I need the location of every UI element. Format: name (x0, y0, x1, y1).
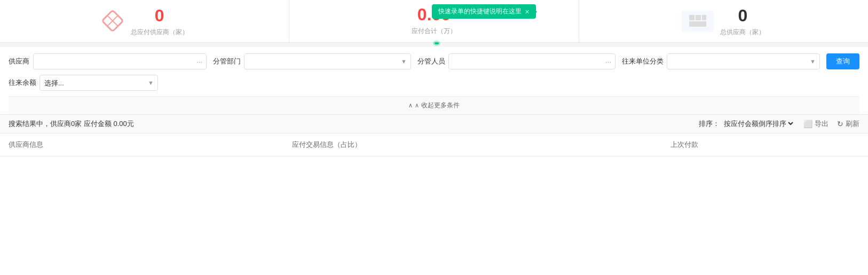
person-dots-icon[interactable]: ··· (605, 58, 611, 66)
filter-balance: 往来余额 选择... ▼ (9, 75, 158, 91)
refresh-button[interactable]: ↻ 刷新 (837, 119, 859, 129)
col-payment-header: 上次付款 (670, 140, 859, 150)
shortcut-tooltip: 快速录单的快捷键说明在这里 × (432, 4, 535, 19)
col-transaction-header: 应付交易信息（占比） (292, 140, 670, 150)
filter-department: 分管部门 ▼ (213, 53, 411, 69)
results-summary: 搜索结果中，供应商0家 应付金额 0.00元 (9, 119, 134, 129)
department-label: 分管部门 (213, 57, 241, 66)
collapse-bar[interactable]: ∧ ∧ 收起更多条件 (9, 96, 859, 114)
person-input[interactable] (448, 53, 616, 69)
collapse-text: ∧ ∧ 收起更多条件 (408, 101, 459, 110)
collapse-chevron-icon: ∧ ∧ (408, 102, 419, 109)
supplier-input-wrap: ··· (33, 53, 207, 69)
export-label: 导出 (815, 119, 828, 129)
supplier-dots-icon[interactable]: ··· (196, 58, 202, 66)
table-header: 供应商信息 应付交易信息（占比） 上次付款 (0, 133, 868, 156)
export-icon: ⬜ (803, 120, 812, 128)
results-actions: 排序： 按应付会额倒序排序 ⬜ 导出 ↻ 刷新 (699, 119, 859, 129)
unit-category-select[interactable] (667, 53, 820, 69)
tooltip-close-btn[interactable]: × (525, 8, 529, 15)
svg-rect-5 (689, 15, 695, 20)
table-body (0, 156, 868, 275)
unit-category-select-wrap: ▼ (667, 53, 820, 69)
svg-rect-6 (696, 15, 701, 20)
svg-rect-8 (689, 21, 706, 27)
export-button[interactable]: ⬜ 导出 (803, 119, 828, 129)
tooltip-text: 快速录单的快捷键说明在这里 (438, 7, 522, 16)
tooltip-dot (435, 42, 439, 44)
payable-total-label: 应付合计（万） (412, 27, 456, 36)
stat-payable-suppliers: 0 总应付供应商（家） (0, 0, 289, 42)
refresh-icon: ↻ (837, 120, 843, 128)
refresh-label: 刷新 (846, 119, 859, 129)
filter-supplier: 供应商 ··· (9, 53, 207, 69)
payable-suppliers-count: 0 (155, 5, 164, 26)
stat-total-suppliers: 0 总供应商（家） (579, 0, 868, 42)
person-label: 分管人员 (417, 57, 445, 66)
sort-select[interactable]: 按应付会额倒序排序 (722, 119, 795, 128)
supplier-input[interactable] (33, 53, 207, 69)
logo-icon (101, 9, 124, 33)
sort-label: 排序： 按应付会额倒序排序 (699, 119, 795, 129)
filter-row-2: 往来余额 选择... ▼ (9, 75, 859, 91)
stats-bar: 0 总应付供应商（家） ¥ 0.00 应付合计（万） 快速录单的快捷键说明在这里… (0, 0, 868, 43)
sort-prefix: 排序： (699, 120, 720, 128)
unit-category-label: 往来单位分类 (622, 57, 664, 66)
balance-select[interactable]: 选择... (40, 75, 158, 91)
data-table: 供应商信息 应付交易信息（占比） 上次付款 (0, 133, 868, 275)
department-select-wrap: ▼ (244, 53, 411, 69)
person-input-wrap: ··· (448, 53, 616, 69)
balance-label: 往来余额 (9, 78, 36, 88)
query-button[interactable]: 查询 (826, 53, 859, 69)
filter-bar: 供应商 ··· 分管部门 ▼ 分管人员 ··· (0, 47, 868, 115)
svg-rect-7 (702, 15, 706, 20)
balance-select-wrap: 选择... ▼ (40, 75, 158, 91)
suppliers-icon (688, 14, 707, 29)
total-suppliers-count: 0 (738, 5, 747, 26)
collapse-label: 收起更多条件 (421, 101, 460, 110)
filter-unit-category: 往来单位分类 ▼ (622, 53, 820, 69)
stat-payable-total: ¥ 0.00 应付合计（万） 快速录单的快捷键说明在这里 × (289, 0, 579, 42)
results-bar: 搜索结果中，供应商0家 应付金额 0.00元 排序： 按应付会额倒序排序 ⬜ 导… (0, 115, 868, 133)
total-suppliers-label: 总供应商（家） (720, 28, 765, 37)
department-select[interactable] (244, 53, 411, 69)
col-supplier-header: 供应商信息 (9, 140, 292, 150)
filter-person: 分管人员 ··· (417, 53, 616, 69)
payable-suppliers-label: 总应付供应商（家） (131, 28, 188, 37)
supplier-label: 供应商 (9, 57, 30, 66)
filter-row-1: 供应商 ··· 分管部门 ▼ 分管人员 ··· (9, 53, 859, 69)
